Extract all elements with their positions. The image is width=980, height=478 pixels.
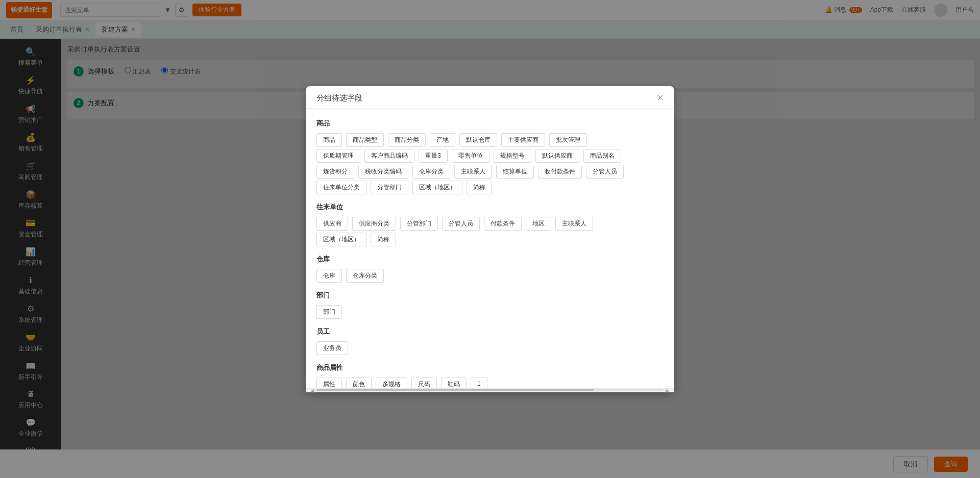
field-tag[interactable]: 付款条件	[484, 217, 522, 231]
scroll-right-btn[interactable]: ▶	[664, 388, 672, 393]
field-tag[interactable]: 分管部门	[400, 217, 438, 231]
field-tag[interactable]: 保质期管理	[316, 149, 360, 163]
modal-title: 分组待选字段	[316, 93, 362, 103]
field-tag[interactable]: 商品分类	[388, 133, 426, 147]
field-tag[interactable]: 区域（地区）	[412, 181, 462, 194]
modal-overlay: 分组待选字段 ✕ 商品 商品 商品类型 商品分类 产地 默认仓库 主要供应商 批…	[0, 0, 980, 478]
field-tag[interactable]: 地区	[526, 217, 551, 231]
field-tag[interactable]: 仓库	[316, 269, 342, 283]
field-tags-goods-row3: 炼货积分 税收分类编码 仓库分类 主联系人 结算单位 收付款条件 分管人员	[316, 165, 664, 179]
field-tag[interactable]: 客户商品编码	[364, 149, 414, 163]
field-tag[interactable]: 重量3	[419, 149, 448, 163]
field-select-modal: 分组待选字段 ✕ 商品 商品 商品类型 商品分类 产地 默认仓库 主要供应商 批…	[306, 86, 674, 392]
field-group-attr: 商品属性 属性 颜色 多规格 尺码 鞋码 1	[316, 363, 664, 388]
field-tag[interactable]: 鞋码	[441, 378, 467, 388]
field-tag[interactable]: 主要供应商	[501, 133, 545, 147]
field-tags-staff: 业务员	[316, 341, 664, 355]
group-title-attr: 商品属性	[316, 363, 664, 372]
scroll-left-btn[interactable]: ◀	[308, 388, 316, 393]
field-tag[interactable]: 商品	[316, 133, 342, 147]
modal-scrollbar[interactable]: ◀ ▶	[306, 388, 674, 392]
group-title-warehouse: 仓库	[316, 255, 664, 264]
field-tag[interactable]: 收付款条件	[538, 165, 582, 179]
field-tag[interactable]: 默认仓库	[459, 133, 497, 147]
field-tag[interactable]: 部门	[316, 305, 342, 319]
field-tag[interactable]: 多规格	[376, 378, 407, 388]
field-tag[interactable]: 主联系人	[454, 165, 492, 179]
field-tag[interactable]: 商品别名	[583, 149, 621, 163]
field-tag[interactable]: 分管人员	[586, 165, 624, 179]
field-tags-warehouse: 仓库 仓库分类	[316, 269, 664, 283]
field-tag[interactable]: 仓库分类	[412, 165, 450, 179]
field-tag[interactable]: 批次管理	[549, 133, 587, 147]
modal-header: 分组待选字段 ✕	[306, 86, 674, 109]
field-tag[interactable]: 产地	[430, 133, 455, 147]
field-tags-goods-row1: 商品 商品类型 商品分类 产地 默认仓库 主要供应商 批次管理	[316, 133, 664, 147]
field-tag[interactable]: 商品类型	[346, 133, 384, 147]
field-tag[interactable]: 分管人员	[442, 217, 480, 231]
scrollbar-track	[316, 389, 664, 391]
field-tags-partner-row1: 供应商 供应商分类 分管部门 分管人员 付款条件 地区 主联系人	[316, 217, 664, 231]
field-tag[interactable]: 尺码	[411, 378, 437, 388]
field-tag[interactable]: 主联系人	[555, 217, 593, 231]
field-tag[interactable]: 属性	[316, 378, 342, 388]
field-tag[interactable]: 简称	[467, 181, 492, 194]
modal-body: 商品 商品 商品类型 商品分类 产地 默认仓库 主要供应商 批次管理 保质期管理…	[306, 109, 674, 388]
field-group-staff: 员工 业务员	[316, 327, 664, 355]
field-group-goods: 商品 商品 商品类型 商品分类 产地 默认仓库 主要供应商 批次管理 保质期管理…	[316, 119, 664, 194]
scrollbar-thumb	[316, 389, 594, 391]
group-title-partner: 往来单位	[316, 203, 664, 212]
modal-close-btn[interactable]: ✕	[657, 94, 664, 102]
field-tag[interactable]: 业务员	[316, 341, 348, 355]
field-tag[interactable]: 炼货积分	[316, 165, 354, 179]
field-group-partner: 往来单位 供应商 供应商分类 分管部门 分管人员 付款条件 地区 主联系人 区域…	[316, 203, 664, 246]
field-tag[interactable]: 1	[471, 378, 487, 388]
field-tag[interactable]: 供应商	[316, 217, 348, 231]
field-group-dept: 部门 部门	[316, 291, 664, 319]
field-tags-attr: 属性 颜色 多规格 尺码 鞋码 1	[316, 378, 664, 388]
field-tag[interactable]: 规格型号	[494, 149, 531, 163]
field-tag[interactable]: 供应商分类	[352, 217, 396, 231]
field-tag[interactable]: 区域（地区）	[316, 233, 366, 246]
field-tag[interactable]: 零售单位	[452, 149, 489, 163]
field-tag[interactable]: 颜色	[346, 378, 372, 388]
field-tag[interactable]: 税收分类编码	[358, 165, 408, 179]
field-tag[interactable]: 简称	[371, 233, 396, 246]
field-tag[interactable]: 结算单位	[496, 165, 534, 179]
field-tag[interactable]: 往来单位分类	[316, 181, 366, 194]
group-title-staff: 员工	[316, 327, 664, 336]
field-tags-goods-row2: 保质期管理 客户商品编码 重量3 零售单位 规格型号 默认供应商 商品别名	[316, 149, 664, 163]
group-title-goods: 商品	[316, 119, 664, 128]
field-tag[interactable]: 仓库分类	[346, 269, 384, 283]
field-tags-partner-row2: 区域（地区） 简称	[316, 233, 664, 246]
field-tag[interactable]: 默认供应商	[535, 149, 579, 163]
field-tags-dept: 部门	[316, 305, 664, 319]
field-tags-goods-row4: 往来单位分类 分管部门 区域（地区） 简称	[316, 181, 664, 194]
field-tag[interactable]: 分管部门	[371, 181, 408, 194]
group-title-dept: 部门	[316, 291, 664, 300]
field-group-warehouse: 仓库 仓库 仓库分类	[316, 255, 664, 283]
